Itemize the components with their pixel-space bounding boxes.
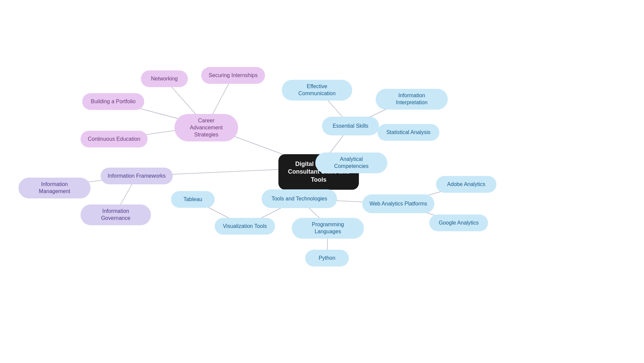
mindmap-node-info_management[interactable]: Information Management (18, 178, 91, 198)
mindmap-node-programming[interactable]: Programming Languages (292, 218, 364, 239)
mindmap-node-portfolio[interactable]: Building a Portfolio (82, 93, 144, 110)
mindmap-node-career[interactable]: Career Advancement Strategies (174, 114, 238, 141)
mindmap-node-education[interactable]: Continuous Education (80, 131, 148, 147)
mindmap-node-tableau[interactable]: Tableau (171, 191, 215, 208)
mindmap-node-info_frameworks[interactable]: Information Frameworks (101, 168, 173, 184)
mindmap-node-info_governance[interactable]: Information Governance (80, 204, 151, 225)
mindmap-node-adobe[interactable]: Adobe Analytics (436, 176, 496, 193)
mindmap-node-securing[interactable]: Securing Internships (201, 67, 265, 84)
mindmap-node-analytical[interactable]: Analytical Competencies (315, 153, 387, 173)
mindmap-node-essential_skills[interactable]: Essential Skills (322, 117, 379, 135)
mindmap-node-tools_tech[interactable]: Tools and Technologies (262, 189, 337, 208)
mindmap-node-statistical[interactable]: Statistical Analysis (377, 124, 439, 141)
mindmap-node-visualization[interactable]: Visualization Tools (215, 218, 275, 235)
mindmap-node-google[interactable]: Google Analytics (429, 215, 488, 231)
mindmap-container: Digital Analytics Consultant Skills and … (0, 0, 644, 363)
mindmap-node-effective_comm[interactable]: Effective Communication (282, 80, 352, 101)
mindmap-node-web_analytics[interactable]: Web Analytics Platforms (362, 194, 434, 213)
mindmap-node-python[interactable]: Python (305, 250, 349, 266)
mindmap-node-networking[interactable]: Networking (141, 70, 188, 87)
mindmap-node-info_interp[interactable]: Information Interpretation (376, 89, 448, 110)
